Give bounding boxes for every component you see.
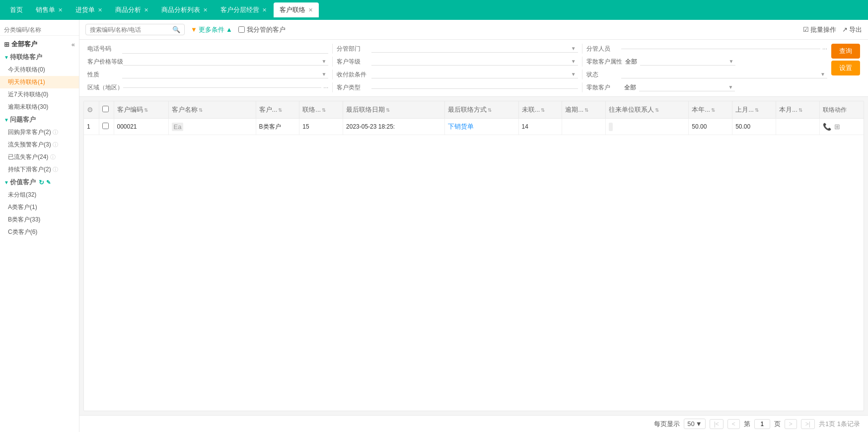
chevron-retail-attr-icon: ▼ — [728, 59, 733, 64]
search-icon-btn[interactable]: 🔍 — [172, 26, 180, 33]
th-overdue[interactable]: 逾期... ⇅ — [562, 101, 606, 119]
nav-sales[interactable]: 销售单 ✕ — [30, 2, 69, 17]
filter-status-select[interactable]: ▼ — [621, 71, 827, 78]
close-product-analysis-list-icon[interactable]: ✕ — [203, 7, 208, 13]
filter-region-dots[interactable]: ··· — [323, 84, 328, 91]
td-overdue — [562, 119, 606, 135]
sidebar-item-tier-b[interactable]: B类客户(33) — [0, 214, 79, 226]
close-product-analysis-icon[interactable]: ✕ — [144, 7, 148, 13]
sidebar-group-problem[interactable]: ▼ 问题客户 — [0, 113, 79, 126]
td-last-method[interactable]: 下销货单 — [445, 119, 518, 135]
nav-customer-contact[interactable]: 客户联络 ✕ — [274, 2, 319, 17]
sidebar-item-ungrouped[interactable]: 未分组(32) — [0, 189, 79, 201]
filter-customer-tier-select[interactable]: ▼ — [371, 58, 578, 66]
filter-nature: 性质 ▼ — [87, 71, 328, 79]
filter-customer-type: 客户类型 — [337, 83, 578, 92]
search-input[interactable] — [90, 26, 172, 33]
sidebar-search-input[interactable] — [4, 26, 78, 33]
value-edit-icon[interactable]: ✎ — [46, 179, 51, 186]
close-customer-tier-icon[interactable]: ✕ — [262, 7, 267, 13]
select-all-checkbox[interactable] — [102, 106, 109, 112]
nav-home[interactable]: 首页 — [4, 2, 29, 17]
th-this-year[interactable]: 本年... ⇅ — [689, 101, 732, 119]
filter-retail-customer-select[interactable]: ▼ — [639, 83, 735, 91]
sidebar-item-tier-a[interactable]: A类客户(1) — [0, 201, 79, 214]
th-name[interactable]: 客户名称 ⇅ — [168, 101, 256, 119]
settings-button[interactable]: 设置 — [831, 61, 860, 75]
divider-5 — [332, 70, 333, 79]
sidebar-item-tier-c[interactable]: C类客户(6) — [0, 226, 79, 238]
last-method-link[interactable]: 下销货单 — [448, 123, 474, 130]
phone-action-icon[interactable]: 📞 — [823, 123, 831, 131]
value-refresh-icon[interactable]: ↻ — [39, 179, 44, 186]
sidebar-item-tomorrow-contact[interactable]: 明天待联络(1) — [0, 76, 79, 88]
nav-product-analysis-list[interactable]: 商品分析列表 ✕ — [155, 2, 214, 17]
my-customers-checkbox[interactable] — [238, 26, 245, 33]
sidebar-item-abnormal[interactable]: 回购异常客户(2) ⓘ — [0, 126, 79, 139]
batch-op-checkbox-icon: ☑ — [803, 26, 809, 33]
gear-settings-icon[interactable]: ⚙ — [87, 106, 93, 114]
th-type[interactable]: 客户... ⇅ — [256, 101, 299, 119]
th-this-month[interactable]: 本月... ⇅ — [776, 101, 819, 119]
first-page-btn[interactable]: |< — [710, 419, 723, 429]
close-customer-contact-icon[interactable]: ✕ — [308, 7, 313, 13]
filter-phone: 电话号码 — [87, 44, 328, 54]
filter-icon: ▼ — [191, 26, 197, 33]
collapse-icon[interactable]: « — [72, 41, 75, 48]
next-page-btn[interactable]: > — [785, 419, 797, 429]
th-checkbox[interactable] — [99, 101, 114, 119]
filter-dept-select[interactable]: ▼ — [371, 45, 578, 53]
nav-purchase[interactable]: 进货单 ✕ — [70, 2, 108, 17]
last-page-btn[interactable]: >| — [801, 419, 815, 429]
filter-retail-attr-select[interactable]: ▼ — [640, 58, 736, 66]
sort-this-year-icon: ⇅ — [711, 107, 715, 113]
nav-product-analysis[interactable]: 商品分析 ✕ — [109, 2, 154, 17]
sidebar-item-overdue-contact[interactable]: 逾期未联络(30) — [0, 101, 79, 113]
close-sales-icon[interactable]: ✕ — [58, 7, 63, 13]
th-settings[interactable]: ⚙ — [84, 101, 99, 119]
td-row-checkbox[interactable] — [99, 119, 114, 135]
nav-customer-tier[interactable]: 客户分层经营 ✕ — [215, 2, 273, 17]
filter-nature-select[interactable]: ▼ — [122, 71, 328, 78]
sort-code-icon: ⇅ — [144, 107, 148, 113]
page-number-input[interactable] — [754, 419, 770, 429]
page-size-select[interactable]: 50 ▼ — [684, 419, 705, 429]
th-code[interactable]: 客户编码 ⇅ — [114, 101, 168, 119]
filter-customer-tier: 客户等级 ▼ — [337, 58, 578, 66]
filter-price-tier-select[interactable]: ▼ — [123, 58, 328, 66]
th-actions: 联络动作 — [819, 101, 864, 119]
sidebar-group-pending[interactable]: ▼ 待联络客户 — [0, 51, 79, 64]
row-checkbox[interactable] — [102, 123, 109, 129]
prev-page-btn[interactable]: < — [727, 419, 740, 429]
filter-phone-input[interactable] — [122, 44, 328, 54]
sidebar-item-declining[interactable]: 持续下滑客户(2) ⓘ — [0, 163, 79, 176]
my-customers-toggle[interactable]: 我分管的客户 — [238, 25, 286, 34]
th-last-method[interactable]: 最后联络方式 ⇅ — [445, 101, 518, 119]
filter-manager-dots[interactable]: ··· — [822, 45, 827, 52]
th-company-contact[interactable]: 往来单位联系人 ⇅ — [606, 101, 689, 119]
sidebar-item-today-contact[interactable]: 今天待联络(0) — [0, 64, 79, 76]
th-last-date[interactable]: 最后联络日期 ⇅ — [343, 101, 445, 119]
chevron-retail-cust-icon: ▼ — [728, 84, 733, 90]
chevron-payment-icon: ▼ — [571, 72, 576, 77]
sidebar-item-churned[interactable]: 已流失客户(24) ⓘ — [0, 151, 79, 163]
th-contacts[interactable]: 联络... ⇅ — [299, 101, 343, 119]
sidebar-search-wrap: 🔍 — [0, 24, 79, 36]
more-action-icon[interactable]: ⊞ — [834, 123, 840, 131]
td-last-month: 50.00 — [732, 119, 776, 135]
th-last-month[interactable]: 上月... ⇅ — [732, 101, 776, 119]
sidebar-item-week-contact[interactable]: 近7天待联络(0) — [0, 88, 79, 101]
close-purchase-icon[interactable]: ✕ — [98, 7, 102, 13]
more-conditions-btn[interactable]: ▼ 更多条件 ▲ — [191, 25, 232, 34]
batch-op-btn[interactable]: ☑ 批量操作 — [803, 25, 836, 34]
filter-customer-type-select[interactable] — [371, 86, 578, 89]
export-btn[interactable]: ↗ 导出 — [842, 25, 862, 34]
content-area: 🔍 ▼ 更多条件 ▲ 我分管的客户 ☑ 批量操作 ↗ 导出 — [79, 20, 868, 432]
sidebar-item-churn-warning[interactable]: 流失预警客户(3) ⓘ — [0, 139, 79, 151]
th-uncontacted[interactable]: 未联... ⇅ — [518, 101, 562, 119]
filter-payment-select[interactable]: ▼ — [371, 71, 578, 78]
query-button[interactable]: 查询 — [831, 44, 860, 59]
sidebar-all-customers[interactable]: ⊞ 全部客户 « — [0, 38, 79, 51]
sidebar-group-value[interactable]: ▼ 价值客户 ↻ ✎ — [0, 176, 79, 189]
filter-row-2: 客户价格等级 ▼ 客户等级 ▼ — [87, 57, 827, 67]
